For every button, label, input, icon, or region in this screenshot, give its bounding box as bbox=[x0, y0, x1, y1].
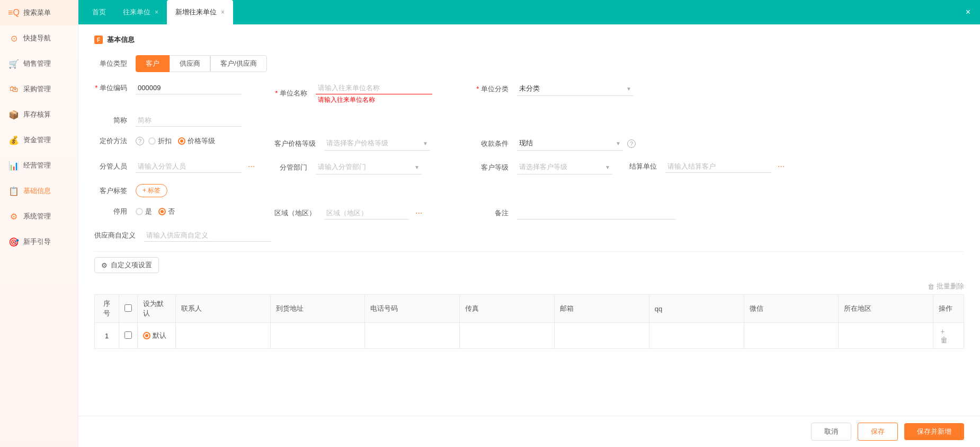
row-contact-cell[interactable] bbox=[175, 323, 270, 349]
department-select[interactable]: 请输入分管部门 ▼ bbox=[316, 160, 422, 174]
supervisor-input[interactable] bbox=[136, 160, 242, 173]
department-group: 分管部门 请输入分管部门 ▼ bbox=[274, 160, 476, 174]
unit-category-group: 单位分类 未分类 ▼ bbox=[476, 82, 677, 96]
payment-terms-select[interactable]: 现结 ▼ bbox=[517, 136, 623, 151]
supervisor-more-btn[interactable]: ··· bbox=[246, 162, 257, 171]
settlement-unit-group: 结算单位 ··· bbox=[624, 160, 964, 173]
row-address-input[interactable] bbox=[276, 332, 360, 340]
row-wechat-input[interactable] bbox=[750, 332, 833, 340]
row-phone-input[interactable] bbox=[370, 332, 454, 340]
row-qq-cell[interactable] bbox=[649, 323, 744, 349]
sidebar-item-system[interactable]: ⚙ 系统管理 bbox=[0, 204, 78, 229]
col-email: 邮箱 bbox=[554, 295, 649, 323]
tab-close-contacts[interactable]: × bbox=[155, 8, 158, 16]
customer-price-level-label: 客户价格等级 bbox=[274, 139, 320, 148]
row-region-cell[interactable] bbox=[839, 323, 933, 349]
sidebar-item-operations[interactable]: 📊 经营管理 bbox=[0, 153, 78, 178]
unit-name-input[interactable] bbox=[316, 82, 432, 94]
settings-icon: ⚙ bbox=[101, 261, 108, 269]
row-phone-cell[interactable] bbox=[365, 323, 460, 349]
sidebar-item-newbie[interactable]: 🎯 新手引导 bbox=[0, 229, 78, 255]
sidebar-item-search[interactable]: ≡Q 搜索菜单 bbox=[0, 0, 78, 25]
settlement-unit-input[interactable] bbox=[665, 160, 771, 173]
unit-category-select[interactable]: 未分类 ▼ bbox=[517, 82, 634, 96]
row-region-input[interactable] bbox=[844, 332, 928, 340]
tab-label: 首页 bbox=[92, 7, 106, 17]
tab-contacts[interactable]: 往来单位 × bbox=[114, 0, 167, 24]
customer-price-level-arrow: ▼ bbox=[423, 141, 428, 146]
pricing-help-icon[interactable]: ? bbox=[136, 137, 144, 145]
contacts-table: 序号 设为默认 联系人 到货地址 电话号码 传真 邮箱 qq 微信 所在地区 操… bbox=[94, 294, 964, 349]
radio-discount-label: 折扣 bbox=[158, 136, 172, 146]
customer-tag-row: 客户标签 + 标签 bbox=[94, 184, 964, 197]
unit-code-group: 单位编码 bbox=[94, 82, 274, 94]
row-email-input[interactable] bbox=[560, 332, 644, 340]
sidebar-item-inventory[interactable]: 📦 库存核算 bbox=[0, 102, 78, 127]
custom-settings-button[interactable]: ⚙ 自定义项设置 bbox=[94, 257, 159, 273]
col-seq: 序号 bbox=[95, 295, 119, 323]
disabled-radio-yes[interactable]: 是 bbox=[136, 207, 152, 216]
row-email-cell[interactable] bbox=[554, 323, 649, 349]
region-more-btn[interactable]: ··· bbox=[413, 208, 424, 218]
settlement-unit-more-btn[interactable]: ··· bbox=[776, 162, 787, 171]
supplier-custom-input[interactable] bbox=[144, 229, 271, 242]
batch-delete-icon: 🗑 bbox=[928, 283, 934, 291]
main-panel: 首页 往来单位 × 新增往来单位 × × F 基本信息 单位类型 客户 供应商 … bbox=[78, 0, 980, 447]
sidebar-item-finance[interactable]: 💰 资金管理 bbox=[0, 127, 78, 153]
save-new-button[interactable]: 保存并新增 bbox=[904, 423, 964, 440]
sidebar-item-quicknav[interactable]: ⊙ 快捷导航 bbox=[0, 25, 78, 51]
row-delete-button[interactable]: 🗑 bbox=[939, 336, 949, 344]
unit-btn-both[interactable]: 客户/供应商 bbox=[210, 55, 267, 72]
tab-home[interactable]: 首页 bbox=[84, 0, 114, 24]
sidebar-item-purchase[interactable]: 🛍 采购管理 bbox=[0, 76, 78, 102]
col-address: 到货地址 bbox=[270, 295, 365, 323]
disabled-radio-no[interactable]: 否 bbox=[158, 207, 175, 216]
remark-input[interactable] bbox=[517, 207, 676, 220]
row-add-button[interactable]: + bbox=[939, 327, 946, 336]
customer-level-select[interactable]: 请选择客户等级 ▼ bbox=[517, 160, 612, 174]
section-basic-info: F 基本信息 bbox=[94, 35, 964, 45]
row-default-radio[interactable]: 默认 bbox=[143, 331, 170, 340]
unit-btn-supplier[interactable]: 供应商 bbox=[170, 55, 210, 72]
row-address-cell[interactable] bbox=[270, 323, 365, 349]
row-contact-input[interactable] bbox=[181, 332, 265, 340]
cancel-button[interactable]: 取消 bbox=[811, 423, 851, 441]
sidebar-item-label: 搜索菜单 bbox=[23, 8, 51, 17]
col-action: 操作 bbox=[933, 295, 964, 323]
row-qq-input[interactable] bbox=[655, 332, 738, 340]
row-checkbox[interactable] bbox=[124, 331, 132, 339]
department-label: 分管部门 bbox=[274, 163, 311, 172]
save-button[interactable]: 保存 bbox=[858, 423, 898, 441]
col-default: 设为默认 bbox=[138, 295, 176, 323]
add-tag-button[interactable]: + 标签 bbox=[136, 184, 167, 197]
sidebar-item-label: 采购管理 bbox=[23, 84, 51, 94]
table-header-checkbox[interactable] bbox=[124, 304, 132, 312]
customer-price-level-select[interactable]: 请选择客户价格等级 ▼ bbox=[324, 136, 430, 151]
sidebar-item-label: 新手引导 bbox=[23, 237, 51, 247]
region-input[interactable] bbox=[324, 207, 409, 220]
customer-tag-group: 客户标签 + 标签 bbox=[94, 184, 964, 197]
short-name-input[interactable] bbox=[136, 114, 242, 127]
tab-close-new-contact[interactable]: × bbox=[221, 8, 225, 16]
row-fax-input[interactable] bbox=[465, 332, 549, 340]
sidebar-item-basic[interactable]: 📋 基础信息 bbox=[0, 178, 78, 204]
radio-level-label: 价格等级 bbox=[188, 136, 215, 146]
tab-label: 新增往来单位 bbox=[175, 7, 217, 17]
tab-new-contact[interactable]: 新增往来单位 × bbox=[167, 0, 233, 24]
pricing-radio-discount[interactable]: 折扣 bbox=[148, 136, 172, 146]
unit-code-input[interactable] bbox=[136, 82, 242, 94]
pricing-radio-level[interactable]: 价格等级 bbox=[178, 136, 215, 146]
pricing-method-label: 定价方法 bbox=[94, 136, 131, 146]
row-default-radio-circle bbox=[143, 332, 150, 339]
unit-btn-customer[interactable]: 客户 bbox=[136, 55, 170, 72]
row-fax-cell[interactable] bbox=[460, 323, 555, 349]
payment-terms-help-icon[interactable]: ? bbox=[627, 139, 636, 148]
customer-price-level-text: 请选择客户价格等级 bbox=[326, 138, 423, 148]
batch-delete-button[interactable]: 🗑 批量删除 bbox=[928, 282, 964, 291]
tabbar-close-button[interactable]: × bbox=[961, 5, 975, 19]
sidebar: ≡Q 搜索菜单 ⊙ 快捷导航 🛒 销售管理 🛍 采购管理 📦 库存核算 💰 资金… bbox=[0, 0, 78, 447]
sidebar-item-sales[interactable]: 🛒 销售管理 bbox=[0, 51, 78, 76]
col-checkbox bbox=[119, 295, 138, 323]
row-wechat-cell[interactable] bbox=[744, 323, 839, 349]
batch-actions: 🗑 批量删除 bbox=[94, 282, 964, 291]
